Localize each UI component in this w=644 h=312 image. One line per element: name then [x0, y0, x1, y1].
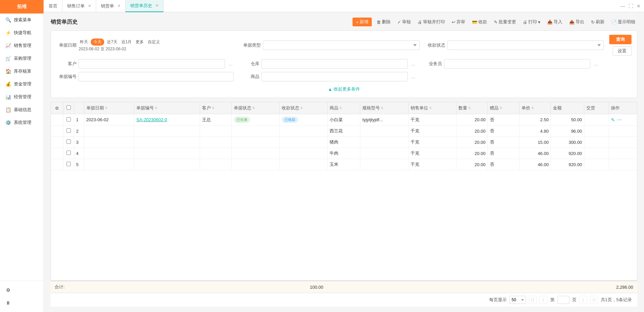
- batch-change-button[interactable]: ✎ 批量变更: [492, 18, 518, 26]
- purchase-mgmt-icon: 🛒: [5, 55, 11, 61]
- th-delivery-label: 交货: [586, 105, 595, 110]
- page-size-select[interactable]: 50 100 200: [509, 296, 526, 304]
- abandon-icon: ↩: [452, 20, 455, 25]
- cell-goods: 西兰花: [328, 126, 360, 137]
- th-goods[interactable]: 商品 ⇅: [328, 102, 360, 114]
- th-collect-status[interactable]: 收款状态 ⇅: [279, 102, 327, 114]
- collect-button[interactable]: 💳 收款: [470, 18, 489, 26]
- th-sales-unit[interactable]: 销售单位 ⇅: [408, 102, 456, 114]
- date-btn-1month[interactable]: 近1月: [120, 38, 133, 46]
- sidebar-item-system-mgmt[interactable]: ⚙️ 系统管理: [0, 116, 44, 129]
- tab-sales-history-close[interactable]: ✕: [156, 3, 159, 8]
- th-spec-label: 规格型号: [362, 105, 380, 111]
- warehouse-input[interactable]: [261, 59, 408, 69]
- sidebar-item-finance-mgmt[interactable]: 💰 资金管理: [0, 78, 44, 90]
- tab-minimize-btn[interactable]: —: [620, 3, 625, 9]
- goods-ellipsis[interactable]: ...: [410, 74, 417, 79]
- show-detail-button[interactable]: 📄 显示明细: [609, 18, 637, 26]
- sidebar-item-operations-mgmt[interactable]: 📊 经营管理: [0, 90, 44, 103]
- refresh-button[interactable]: ↻ 刷新: [589, 18, 607, 26]
- row3-checkbox[interactable]: [66, 139, 71, 144]
- date-btn-yesterday[interactable]: 昨天: [79, 38, 89, 46]
- page-prev-btn[interactable]: ⟨: [539, 296, 548, 304]
- import-button[interactable]: 📥 导入: [545, 18, 564, 26]
- salesperson-input[interactable]: [444, 59, 590, 69]
- salesperson-ellipsis[interactable]: ...: [592, 61, 599, 67]
- page-next-btn[interactable]: ⟩: [579, 296, 587, 304]
- customer-label: 客户: [56, 61, 77, 67]
- date-btn-more[interactable]: 更多: [134, 38, 145, 46]
- date-btn-7days[interactable]: 近7天: [106, 38, 119, 46]
- sidebar-item-sales-mgmt[interactable]: 📈 销售管理: [0, 39, 44, 52]
- collect-status-select[interactable]: [447, 41, 604, 50]
- cell-checkbox: [63, 114, 74, 126]
- cell-actions: [609, 137, 637, 148]
- sidebar-item-search-menu[interactable]: 🔍 搜索菜单: [0, 14, 44, 26]
- more-action-icon[interactable]: ⋯: [617, 117, 622, 123]
- sidebar-item-inventory[interactable]: 🏠 库存核算: [0, 65, 44, 78]
- tab-sales-history[interactable]: 销货单历史 ✕: [125, 0, 164, 12]
- page-last-btn[interactable]: ⟩⟩: [590, 296, 598, 304]
- docno-input[interactable]: [79, 72, 234, 81]
- th-qty[interactable]: 数量 ⇅: [456, 102, 488, 114]
- sort-unit-price-icon: ⇅: [531, 106, 534, 110]
- th-customer[interactable]: 客户 ⇅: [200, 102, 232, 114]
- query-button[interactable]: 查询: [609, 35, 632, 44]
- th-doc-no[interactable]: 单据编号 ⇅: [134, 102, 200, 114]
- set-button[interactable]: 设置: [613, 46, 632, 56]
- sidebar-bottom-btn2[interactable]: ⏸: [0, 296, 44, 309]
- cell-sales-unit: 千克: [408, 148, 456, 159]
- sidebar-item-label: 系统管理: [14, 120, 31, 126]
- page-first-btn[interactable]: ⟨⟨: [529, 296, 537, 304]
- table-summary: 合计: 100.00 2,286.00: [51, 281, 637, 293]
- doc-type-select[interactable]: [263, 41, 419, 50]
- tab-close-all-btn[interactable]: ✕: [637, 3, 641, 9]
- print-label: 打印: [528, 19, 537, 25]
- sidebar-item-purchase-mgmt[interactable]: 🛒 采购管理: [0, 52, 44, 65]
- customer-input[interactable]: [79, 59, 225, 69]
- add-button[interactable]: + 新增: [353, 18, 372, 26]
- query-actions: 查询 设置: [609, 35, 632, 56]
- tab-sales-order-close[interactable]: ✕: [88, 4, 91, 8]
- th-settings[interactable]: ⚙: [51, 102, 63, 114]
- row5-checkbox[interactable]: [66, 162, 71, 166]
- tab-sales-invoice[interactable]: 销货单 ✕: [96, 0, 125, 12]
- cell-delivery: [584, 159, 609, 170]
- th-doc-date[interactable]: 单据日期 ⇅: [84, 102, 134, 114]
- tab-home[interactable]: 首页: [44, 0, 62, 12]
- audit-print-button[interactable]: 🖨 审核并打印: [416, 18, 447, 26]
- doc-no-link[interactable]: SA-20230602-0: [136, 117, 167, 122]
- page-input[interactable]: 1: [557, 296, 569, 304]
- th-doc-status[interactable]: 单据状态 ⇅: [231, 102, 279, 114]
- sidebar-item-label: 搜索菜单: [14, 17, 31, 23]
- sidebar-bottom-btn1[interactable]: ⚙: [0, 284, 44, 296]
- th-unit-price[interactable]: 单价 ⇅: [519, 102, 551, 114]
- row4-checkbox[interactable]: [66, 151, 71, 155]
- date-btn-custom[interactable]: 自定义: [146, 38, 161, 46]
- row1-checkbox[interactable]: [66, 117, 71, 122]
- audit-button[interactable]: ✓ 审核: [395, 18, 413, 26]
- th-spec[interactable]: 规格型号 ⇅: [360, 102, 408, 114]
- tab-sales-invoice-close[interactable]: ✕: [117, 4, 120, 8]
- customer-ellipsis[interactable]: ...: [227, 61, 234, 67]
- sort-gift-icon: ⇅: [500, 106, 502, 110]
- abandon-button[interactable]: ↩ 弃审: [450, 18, 467, 26]
- delete-button[interactable]: 🗑 删除: [374, 18, 393, 26]
- collapse-button[interactable]: ▲ 收起更多条件: [56, 85, 632, 94]
- row2-checkbox[interactable]: [66, 128, 71, 133]
- page-header: 销货单历史 + 新增 🗑 删除 ✓ 审核 🖨 审核并打印: [51, 18, 637, 26]
- date-btn-today[interactable]: 今天: [91, 38, 104, 46]
- select-all-checkbox[interactable]: [66, 105, 71, 110]
- filter-row-1: 单据日期 昨天 今天 近7天 近1月 更多 自定义 2023-06-02 至 2…: [56, 35, 632, 56]
- tab-maximize-btn[interactable]: ⛶: [628, 3, 633, 9]
- th-gift[interactable]: 赠品 ⇅: [488, 102, 520, 114]
- warehouse-ellipsis[interactable]: ...: [410, 61, 417, 67]
- export-button[interactable]: 📤 导出: [567, 18, 586, 26]
- print-button[interactable]: 🖨 打印 ▾: [521, 18, 542, 26]
- tab-sales-order[interactable]: 销售订单 ✕: [62, 0, 96, 12]
- page-content: 销货单历史 + 新增 🗑 删除 ✓ 审核 🖨 审核并打印: [44, 12, 644, 312]
- sidebar-item-quick-nav[interactable]: ⚡ 快捷导航: [0, 26, 44, 39]
- edit-action-icon[interactable]: ✎: [611, 117, 615, 123]
- sidebar-item-basic-info[interactable]: 📋 基础信息: [0, 103, 44, 116]
- goods-input[interactable]: [261, 72, 408, 81]
